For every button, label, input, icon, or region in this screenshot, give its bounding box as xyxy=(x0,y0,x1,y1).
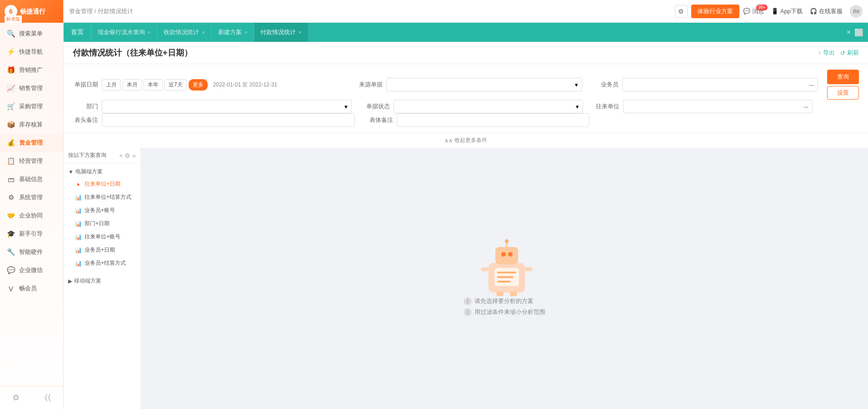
tab-new-scheme-label: 新建方案 xyxy=(218,28,242,36)
date-btn-more[interactable]: 更多 xyxy=(189,79,208,91)
sidebar-item-basic-info[interactable]: 🗃基础信息 xyxy=(0,170,63,188)
body-note-input[interactable] xyxy=(397,113,589,127)
filter-area: 单据日期 上月 本月 本年 近7天 更多 2022-01-01 至 2022-1… xyxy=(64,64,868,132)
filter-settings-button[interactable]: 设置 xyxy=(827,86,859,100)
scheme-active-icon: ● xyxy=(75,181,82,188)
doc-status-select[interactable]: ▾ xyxy=(394,100,583,113)
avatar-text: Rit xyxy=(853,9,859,14)
chevron-right-icon: ▶ xyxy=(68,278,72,284)
date-btn-last-month[interactable]: 上月 xyxy=(102,79,121,91)
sidebar-item-search-menu[interactable]: 🔍搜索菜单 xyxy=(0,25,63,43)
nav-label-enterprise: 企业协同 xyxy=(19,212,43,220)
nav-icon-search-menu: 🔍 xyxy=(6,29,15,38)
tab-receipt[interactable]: 收款情况统计 × xyxy=(157,23,211,42)
date-range: 2022-01-01 至 2022-12-31 xyxy=(213,81,277,89)
scheme-partner-settle[interactable]: 📊 往来单位+结算方式 xyxy=(64,191,140,204)
left-panel: 按以下方案查询 + ⚙ « ▼ 电脑端方案 ● 往来单位+日期 xyxy=(64,148,141,409)
message-button[interactable]: 💬 消息 99+ xyxy=(743,7,764,15)
scheme-icon-2: 📊 xyxy=(75,207,82,214)
collapse-sidebar-icon[interactable]: ⟨⟨ xyxy=(41,391,55,404)
sidebar-item-system[interactable]: ⚙系统管理 xyxy=(0,188,63,207)
sidebar-item-member[interactable]: V畅会员 xyxy=(0,279,63,298)
empty-illustration xyxy=(477,238,532,293)
svg-rect-11 xyxy=(524,268,533,271)
sidebar-item-capital[interactable]: 💰资金管理 xyxy=(0,134,63,152)
sidebar-nav: 🔍搜索菜单⚡快捷导航🎁营销推广📈销售管理🛒采购管理📦库存核算💰资金管理📋经营管理… xyxy=(0,23,63,386)
tab-maximize-icon[interactable]: ⬜ xyxy=(854,28,863,37)
sidebar-item-marketing[interactable]: 🎁营销推广 xyxy=(0,61,63,79)
settings-icon[interactable]: ⚙ xyxy=(675,5,688,18)
sidebar-item-sales[interactable]: 📈销售管理 xyxy=(0,79,63,97)
sidebar-item-weixin[interactable]: 💬企业微信 xyxy=(0,261,63,279)
scheme-partner-date[interactable]: ● 往来单位+日期 xyxy=(64,177,140,191)
scheme-icon-4: 📊 xyxy=(75,233,82,241)
nav-icon-capital: 💰 xyxy=(6,138,15,147)
filter-row-1: 单据日期 上月 本月 本年 近7天 更多 2022-01-01 至 2022-1… xyxy=(73,70,859,100)
scheme-salesman-date-label: 业务员+日期 xyxy=(85,246,115,254)
scheme-salesman-account[interactable]: 📊 业务员+账号 xyxy=(64,204,140,217)
source-select[interactable]: ▾ xyxy=(386,78,582,91)
sidebar-item-operations[interactable]: 📋经营管理 xyxy=(0,152,63,170)
empty-tip-1: 1 请先选择要分析的方案 xyxy=(464,297,545,305)
date-btn-7days[interactable]: 近7天 xyxy=(165,79,187,91)
scheme-salesman-date[interactable]: 📊 业务员+日期 xyxy=(64,243,140,257)
scheme-partner-account[interactable]: 📊 往来单位+账号 xyxy=(64,230,140,243)
tab-bank[interactable]: 现金银行流水查询 × xyxy=(91,23,157,42)
panel-settings-button[interactable]: ⚙ xyxy=(125,152,130,159)
tab-receipt-close[interactable]: × xyxy=(202,30,205,35)
refresh-button[interactable]: ↺ 刷新 xyxy=(840,49,859,57)
nav-icon-operations: 📋 xyxy=(6,157,15,166)
scheme-icon-5: 📊 xyxy=(75,247,82,254)
collapse-more-bar[interactable]: ∧∧ 收起更多条件 xyxy=(64,132,868,148)
avatar[interactable]: Rit xyxy=(850,5,863,18)
sidebar-item-guide[interactable]: 🎓新手引导 xyxy=(0,225,63,243)
nav-icon-system: ⚙ xyxy=(6,193,15,202)
phone-icon: 📱 xyxy=(771,8,778,15)
partner-label: 往来单位 xyxy=(594,102,619,111)
header-note-input[interactable] xyxy=(102,113,355,127)
desktop-group-label: 电脑端方案 xyxy=(75,168,103,176)
nav-label-search-menu: 搜索菜单 xyxy=(19,30,43,38)
online-service-button[interactable]: 🎧 在线客服 xyxy=(810,7,843,15)
trial-button[interactable]: 体验行业方案 xyxy=(691,5,739,18)
scheme-dept-date[interactable]: 📊 部门+日期 xyxy=(64,217,140,230)
panel-actions: + ⚙ « xyxy=(119,152,136,159)
doc-status-label: 单据状态 xyxy=(363,102,390,111)
refresh-icon: ↺ xyxy=(840,50,845,56)
sidebar-item-smart-hw[interactable]: 🔧智能硬件 xyxy=(0,243,63,261)
tip-text-1: 请先选择要分析的方案 xyxy=(474,297,534,305)
mobile-group-label: 移动端方案 xyxy=(74,277,101,285)
sidebar-item-enterprise[interactable]: 🤝企业协同 xyxy=(0,207,63,225)
query-button[interactable]: 查询 xyxy=(827,70,859,84)
tab-bank-close[interactable]: × xyxy=(148,30,150,35)
partner-select[interactable]: ··· xyxy=(623,100,813,113)
nav-label-member: 畅会员 xyxy=(19,284,37,293)
tab-payment[interactable]: 付款情况统计 × xyxy=(254,23,308,42)
salesman-label: 业务员 xyxy=(593,81,619,89)
right-main: 1 请先选择要分析的方案 2 用过滤条件来缩小分析范围 xyxy=(141,148,868,409)
panel-add-button[interactable]: + xyxy=(119,152,123,159)
scheme-dept-date-label: 部门+日期 xyxy=(85,220,110,227)
desktop-group-header[interactable]: ▼ 电脑端方案 xyxy=(64,166,140,177)
tab-new-scheme[interactable]: 新建方案 × xyxy=(212,23,254,42)
app-download-button[interactable]: 📱 App下载 xyxy=(771,7,803,15)
sidebar-item-quick-nav[interactable]: ⚡快捷导航 xyxy=(0,43,63,61)
settings-bottom-icon[interactable]: ⚙ xyxy=(9,391,23,404)
salesman-select[interactable]: ··· xyxy=(622,78,818,91)
empty-state: 1 请先选择要分析的方案 2 用过滤条件来缩小分析范围 xyxy=(464,238,545,319)
tab-payment-close[interactable]: × xyxy=(299,30,301,35)
panel-collapse-button[interactable]: « xyxy=(132,152,136,159)
export-button[interactable]: ↑ 导出 xyxy=(818,49,835,57)
sidebar-item-purchase[interactable]: 🛒采购管理 xyxy=(0,97,63,116)
date-btn-this-month[interactable]: 本月 xyxy=(123,79,142,91)
svg-point-9 xyxy=(505,239,509,243)
tab-new-scheme-close[interactable]: × xyxy=(244,30,247,35)
tab-close-all-icon[interactable]: × xyxy=(847,28,851,36)
sidebar-item-inventory[interactable]: 📦库存核算 xyxy=(0,116,63,134)
export-icon: ↑ xyxy=(818,50,822,56)
mobile-group-header[interactable]: ▶ 移动端方案 xyxy=(64,275,140,287)
date-btn-this-year[interactable]: 本年 xyxy=(144,79,163,91)
scheme-salesman-settle[interactable]: 📊 业务员+结算方式 xyxy=(64,257,140,270)
tab-home[interactable]: 首页 xyxy=(64,23,91,42)
dept-select[interactable]: ▾ xyxy=(102,100,352,113)
